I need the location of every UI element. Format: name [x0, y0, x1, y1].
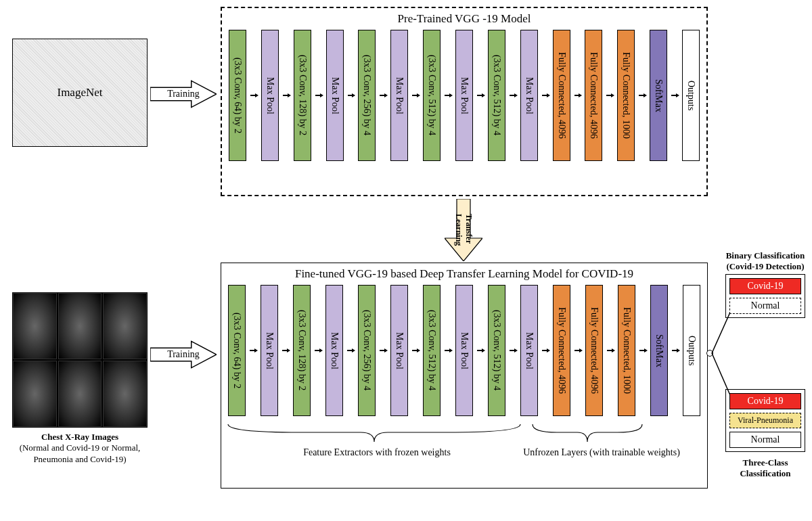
- connector-arrow: [607, 347, 614, 354]
- layer-conv: (3x3 Conv, 128) by 2: [294, 30, 311, 161]
- training-arrow-bottom: Training: [150, 340, 217, 369]
- connector-arrow: [445, 347, 451, 354]
- class-normal: Normal: [729, 298, 801, 314]
- connector-arrow: [283, 92, 290, 99]
- three-class-title: Three-Class Classification: [725, 457, 805, 478]
- connector-arrow: [477, 347, 484, 354]
- layer-conv: (3x3 Conv, 64) by 2: [228, 285, 246, 416]
- layer-soft: SoftMax: [650, 285, 668, 416]
- xray-caption: Chest X-Ray Images (Normal and Covid-19 …: [12, 432, 148, 465]
- connector-arrow: [606, 92, 613, 99]
- connector-arrow: [542, 347, 549, 354]
- layer-fc: Fully Connected, 4096: [553, 30, 570, 161]
- training-arrow-top: Training: [150, 79, 217, 109]
- layer-fc: Fully Connected, 4096: [553, 285, 570, 416]
- layer-pool: Max Pool: [390, 285, 408, 416]
- connector-arrow: [672, 347, 679, 354]
- class-viral: Viral-Pneumonia: [729, 413, 801, 428]
- layer-fc: Fully Connected, 4096: [585, 30, 602, 161]
- xray-image: [13, 293, 57, 359]
- layer-pool: Max Pool: [326, 30, 344, 161]
- layer-conv: (3x3 Conv, 512) by 4: [423, 30, 441, 161]
- layer-out: Outputs: [683, 285, 700, 416]
- layer-conv: (3x3 Conv, 128) by 2: [293, 285, 311, 416]
- connector-arrow: [380, 92, 386, 99]
- connector-arrow: [574, 92, 581, 99]
- layer-pool: Max Pool: [520, 285, 538, 416]
- xray-grid: [12, 292, 148, 428]
- connector-arrow: [282, 347, 289, 354]
- class-covid: Covid-19: [729, 278, 801, 294]
- connector-arrow: [510, 92, 516, 99]
- layer-fc: Fully Connected, 1000: [617, 30, 635, 161]
- binary-classification-box: Binary Classification (Covid-19 Detectio…: [725, 250, 805, 318]
- xray-image: [103, 293, 147, 359]
- imagenet-box: ImageNet: [12, 39, 148, 147]
- training-label-bottom: Training: [167, 349, 200, 360]
- layer-pool: Max Pool: [261, 285, 278, 416]
- layer-pool: Max Pool: [455, 285, 473, 416]
- connector-arrow: [639, 347, 646, 354]
- connector-arrow: [671, 92, 678, 99]
- layer-conv: (3x3 Conv, 256) by 4: [358, 285, 376, 416]
- layer-conv: (3x3 Conv, 256) by 4: [358, 30, 376, 161]
- connector-arrow: [347, 347, 354, 354]
- transfer-learning-arrow: Transfer Learning: [445, 199, 482, 261]
- three-class-items: Covid-19 Viral-Pneumonia Normal: [725, 389, 805, 452]
- connector-arrow: [510, 347, 516, 354]
- brace-right-text: Unfrozen Layers (with trainable weights): [514, 447, 690, 458]
- connector-arrow: [639, 92, 646, 99]
- xray-image: [13, 361, 57, 427]
- brace-unfrozen-layers: [530, 423, 645, 446]
- binary-title: Binary Classification (Covid-19 Detectio…: [725, 250, 805, 271]
- layer-pool: Max Pool: [455, 30, 473, 161]
- layer-pool: Max Pool: [325, 285, 343, 416]
- layer-soft: SoftMax: [650, 30, 667, 161]
- layer-fc: Fully Connected, 1000: [618, 285, 635, 416]
- xray-image: [103, 361, 147, 427]
- layer-pool: Max Pool: [390, 30, 408, 161]
- connector-arrow: [542, 92, 549, 99]
- imagenet-label: ImageNet: [57, 86, 102, 99]
- layer-pool: Max Pool: [520, 30, 538, 161]
- pretrained-title: Pre-Trained VGG -19 Model: [229, 12, 700, 26]
- connector-arrow: [315, 347, 321, 354]
- binary-items: Covid-19 Normal: [725, 274, 805, 318]
- finetuned-vgg19-box: Fine-tuned VGG-19 based Deep Transfer Le…: [221, 263, 708, 489]
- class-normal: Normal: [729, 432, 801, 448]
- connector-arrow: [574, 347, 581, 354]
- layer-pool: Max Pool: [261, 30, 279, 161]
- layer-conv: (3x3 Conv, 512) by 4: [423, 285, 441, 416]
- connector-arrow: [380, 347, 386, 354]
- connector-arrow: [412, 347, 419, 354]
- layer-conv: (3x3 Conv, 512) by 4: [488, 30, 505, 161]
- xray-image: [58, 293, 102, 359]
- pretrained-vgg19-box: Pre-Trained VGG -19 Model (3x3 Conv, 64)…: [221, 7, 708, 196]
- connector-arrow: [348, 92, 355, 99]
- brace-feature-extractors: [225, 423, 523, 446]
- transfer-learning-label: Transfer Learning: [453, 214, 474, 246]
- xray-image: [58, 361, 102, 427]
- connector-arrow: [445, 92, 451, 99]
- connector-arrow: [477, 92, 484, 99]
- connector-arrow: [250, 92, 257, 99]
- training-label-top: Training: [167, 89, 200, 99]
- layer-conv: (3x3 Conv, 512) by 4: [488, 285, 505, 416]
- brace-left-text: Feature Extractors with frozen weights: [269, 447, 485, 458]
- layer-conv: (3x3 Conv, 64) by 2: [229, 30, 246, 161]
- finetuned-title: Fine-tuned VGG-19 based Deep Transfer Le…: [228, 267, 700, 281]
- diagram-canvas: ImageNet Training Pre-Trained VGG -19 Mo…: [0, 0, 812, 521]
- layer-fc: Fully Connected, 4096: [585, 285, 603, 416]
- connector-arrow: [412, 92, 419, 99]
- connector-arrow: [315, 92, 322, 99]
- connector-arrow: [250, 347, 256, 354]
- finetuned-layers: (3x3 Conv, 64) by 2Max Pool(3x3 Conv, 12…: [228, 285, 700, 416]
- three-class-box: Covid-19 Viral-Pneumonia Normal Three-Cl…: [725, 389, 805, 478]
- pretrained-layers: (3x3 Conv, 64) by 2Max Pool(3x3 Conv, 12…: [229, 30, 700, 161]
- layer-out: Outputs: [682, 30, 700, 161]
- class-covid: Covid-19: [729, 393, 801, 409]
